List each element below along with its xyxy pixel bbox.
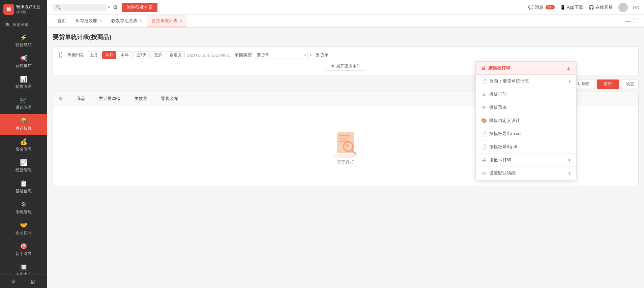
sidebar-item-finance[interactable]: 💰 资金管理 — [0, 135, 47, 156]
sidebar-item-operation[interactable]: 📈 经营管理 — [0, 156, 47, 177]
sidebar-item-system[interactable]: ⚙ 系统管理 — [0, 197, 47, 218]
sidebar-item-basic[interactable]: 📋 基础信息 — [0, 177, 47, 197]
dropdown-item-template-preview[interactable]: 👁 模板预览 — [476, 101, 576, 114]
table-col-unit: 主计量单位 — [99, 96, 121, 102]
mobile-icon: 📱 — [560, 5, 565, 10]
goods-filter-group: 要货单 — [316, 52, 329, 58]
dropdown-item-set-default[interactable]: ⚙ 设置默认功能 ▾ — [476, 167, 576, 180]
date-range-text: 2023-06-01 至 2023-06-30 — [187, 53, 231, 58]
tab-bar: 首页 库存批次账 × 收发存汇总表 × 要货单统计表 × — ⛶ — [47, 15, 644, 28]
user-avatar[interactable] — [618, 3, 628, 12]
table-col-goods: 商品 — [77, 96, 85, 102]
sidebar: 畅 畅康通好生意 标准版 🔍 搜索菜单 ⚡ 快捷导航 📢 营销推广 📊 销售管理… — [0, 0, 47, 288]
topbar: 🔍 ▾ ⚙ 体验行业方案 💬 消息 99+ 📱 App下载 🎧 在线客服 Rit — [47, 0, 644, 15]
message-item[interactable]: 💬 消息 99+ — [528, 4, 555, 10]
topbar-search-icon: 🔍 — [56, 5, 61, 10]
filter-row: ⟨⟩ 单据日期 上月 本月 本年 近7天 更多 自定义 2023-06-01 至… — [58, 51, 633, 59]
goods-label: 要货单 — [316, 52, 329, 58]
expand-more-btn[interactable]: ▼ 展开更多条件 — [325, 62, 366, 71]
query-btn[interactable]: 查询 — [597, 79, 619, 89]
filter-toggle-icon[interactable]: ⟨⟩ — [58, 51, 63, 59]
date-btn-this-month[interactable]: 本月 — [102, 51, 116, 59]
sidebar-item-app-center[interactable]: 🔲 应用中心 — [0, 260, 47, 275]
topbar-search-box[interactable]: 🔍 — [53, 4, 107, 11]
template-print-icon: 🖨 — [481, 92, 487, 97]
tab-receipt-summary[interactable]: 收发存汇总表 × — [107, 15, 147, 27]
table-col-retail: 零售金额 — [161, 96, 178, 102]
topbar-right: 💬 消息 99+ 📱 App下载 🎧 在线客服 Rit — [528, 3, 639, 12]
sidebar-search[interactable]: 🔍 搜索菜单 — [0, 19, 47, 30]
tab-inventory-batch[interactable]: 库存批次账 × — [71, 15, 107, 27]
set-default-icon: ⚙ — [481, 170, 487, 176]
window-minimize-icon[interactable]: — — [625, 18, 631, 24]
refresh-icon: ↻ — [577, 82, 581, 86]
basic-icon: 📋 — [20, 180, 27, 187]
inventory-icon: 📦 — [20, 117, 27, 125]
tab-close-order-stats[interactable]: × — [180, 19, 182, 23]
sidebar-item-sales[interactable]: 📊 销售管理 — [0, 72, 47, 93]
table-col-settings[interactable]: ⚙ — [58, 95, 63, 102]
sales-icon: 📊 — [20, 75, 27, 83]
empty-illustration — [329, 126, 362, 159]
template-pdf-icon: 📄 — [481, 144, 487, 150]
tab-home[interactable]: 首页 — [53, 15, 71, 27]
svg-point-7 — [346, 144, 349, 147]
date-btn-more[interactable]: 更多 — [151, 51, 165, 59]
sidebar-item-enterprise[interactable]: 🤝 企业协同 — [0, 218, 47, 239]
date-btn-7days[interactable]: 近7天 — [133, 51, 150, 59]
type-select[interactable]: 要货单 — [254, 51, 308, 59]
template-custom-icon: 🎨 — [481, 118, 487, 123]
display-print-icon: 🖨 — [481, 157, 487, 163]
sidebar-item-inventory[interactable]: 📦 库存核算 — [0, 114, 47, 135]
finance-icon: 💰 — [20, 138, 27, 146]
logo-icon: 畅 — [3, 4, 14, 15]
page-content: 要货单统计表(按商品) ⟨⟩ 单据日期 上月 本月 本年 近7天 更多 自定义 — [47, 28, 644, 288]
operation-icon: 📈 — [20, 159, 27, 166]
topbar-gear-icon[interactable]: ⚙ — [113, 4, 118, 10]
topbar-search-input[interactable] — [61, 5, 101, 10]
svg-point-0 — [334, 154, 357, 158]
dropdown-item-template-print[interactable]: 🖨 模板打印 — [476, 88, 576, 101]
date-buttons: 上月 本月 本年 近7天 更多 自定义 — [87, 51, 185, 59]
dropdown-title: 🖨 按模板打印 — [481, 65, 510, 71]
dropdown-item-template-pdf[interactable]: 📄 按模板导出pdf — [476, 140, 576, 154]
guide-icon: 🎯 — [20, 243, 27, 250]
page-title: 要货单统计表(按商品) — [53, 33, 639, 41]
sidebar-bottom: ⚙ 🔉 — [0, 275, 47, 288]
dropdown-current-item[interactable]: 📄 当前：要货单统计表 ▾ — [476, 75, 576, 88]
sidebar-nav: ⚡ 快捷导航 📢 营销推广 📊 销售管理 🛒 采购管理 📦 库存核算 💰 资金管… — [0, 30, 47, 275]
enterprise-icon: 🤝 — [20, 222, 27, 229]
sidebar-item-marketing[interactable]: 📢 营销推广 — [0, 51, 47, 72]
sidebar-item-guide[interactable]: 🎯 新手引导 — [0, 239, 47, 260]
sidebar-item-purchase[interactable]: 🛒 采购管理 — [0, 93, 47, 114]
logo-text: 畅康通好生意 标准版 — [16, 4, 40, 14]
dropdown-header: 🖨 按模板打印 ▲ — [476, 62, 576, 75]
dropdown-item-template-excel[interactable]: 📄 按模板导出excel — [476, 127, 576, 140]
dropdown-item-template-custom[interactable]: 🎨 模板自定义设计 — [476, 114, 576, 127]
dropdown-close-icon[interactable]: ▲ — [566, 65, 571, 71]
date-btn-last-month[interactable]: 上月 — [87, 51, 101, 59]
tab-close-inventory-batch[interactable]: × — [99, 19, 102, 23]
expand-icon: ▼ — [331, 64, 335, 69]
sidebar-item-quick-nav[interactable]: ⚡ 快捷导航 — [0, 30, 47, 51]
main-area: 🔍 ▾ ⚙ 体验行业方案 💬 消息 99+ 📱 App下载 🎧 在线客服 Rit — [47, 0, 644, 288]
sound-icon[interactable]: 🔉 — [30, 278, 37, 285]
settings-bottom-icon[interactable]: ⚙ — [11, 278, 16, 285]
marketing-icon: 📢 — [20, 55, 27, 62]
date-btn-this-year[interactable]: 本年 — [118, 51, 132, 59]
settings-btn[interactable]: 设置 — [622, 79, 639, 89]
template-preview-icon: 👁 — [481, 105, 487, 110]
dropdown-item-display-print[interactable]: 🖨 按显示打印 ▾ — [476, 154, 576, 167]
topbar-chevron-icon[interactable]: ▾ — [108, 5, 110, 10]
window-maximize-icon[interactable]: ⛶ — [633, 18, 639, 24]
industry-btn[interactable]: 体验行业方案 — [122, 3, 157, 12]
online-service-item[interactable]: 🎧 在线客服 — [589, 4, 613, 10]
app-download-item[interactable]: 📱 App下载 — [560, 4, 583, 10]
dropdown-print-icon: 🖨 — [481, 66, 486, 71]
window-controls: — ⛶ — [625, 18, 639, 24]
purchase-icon: 🛒 — [20, 96, 27, 104]
date-btn-custom[interactable]: 自定义 — [167, 51, 185, 59]
tab-close-receipt-summary[interactable]: × — [140, 19, 142, 23]
tab-order-stats[interactable]: 要货单统计表 × — [147, 15, 187, 27]
type-filter-group: 单据类型 要货单 ▾ — [234, 51, 312, 59]
